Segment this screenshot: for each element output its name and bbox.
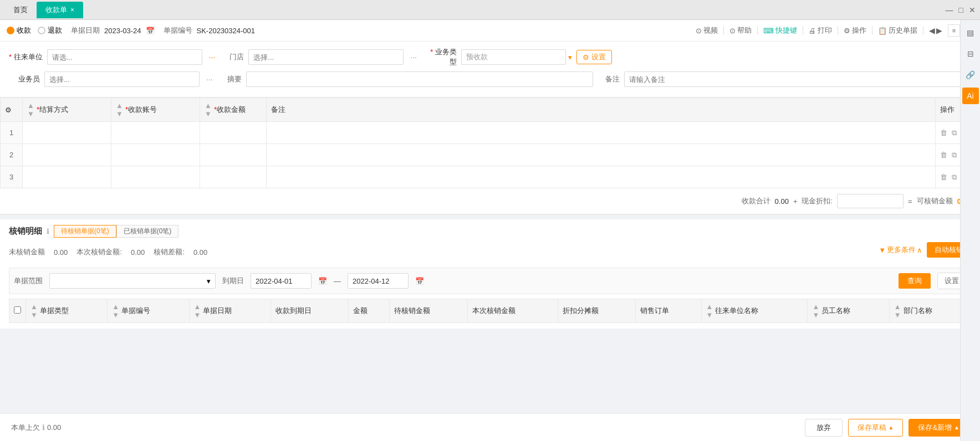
receipt-type-group: 收款 退款 <box>7 25 62 35</box>
sidebar-list-icon[interactable]: ⊟ <box>962 45 979 62</box>
col-type-label: 单据类型 <box>40 306 69 316</box>
radio-receipt[interactable]: 收款 <box>7 25 31 35</box>
verify-tab-completed[interactable]: 已核销单据(0笔) <box>116 225 179 238</box>
form-row-1: 往来单位 ··· 门店 ··· * 业务类型 ▾ ⚙ 设置 <box>9 47 971 67</box>
tab-home[interactable]: 首页 <box>4 2 37 18</box>
verify-tab-pending[interactable]: 待核销单据(0笔) <box>54 225 116 238</box>
col-remark-header: 备注 <box>267 98 936 122</box>
ops-btn[interactable]: ⚙ 操作 <box>844 25 866 35</box>
type-sort-icon[interactable]: ▲▼ <box>30 302 38 319</box>
save-draft-label: 保存草稿 <box>858 423 886 433</box>
row-3-method[interactable] <box>23 166 111 188</box>
tab-close-icon[interactable]: × <box>70 6 74 14</box>
settings-button[interactable]: ⚙ 设置 <box>576 50 612 64</box>
query-btn[interactable]: 查询 <box>899 273 931 289</box>
sidebar-table-icon[interactable]: ▤ <box>962 24 979 41</box>
sidebar-ai-icon[interactable]: Ai <box>962 88 979 104</box>
discard-button[interactable]: 放弃 <box>805 419 843 437</box>
sidebar-link-icon[interactable]: 🔗 <box>962 66 979 83</box>
amount-sort-icon[interactable]: ▲▼ <box>205 101 212 118</box>
range-select[interactable]: ▾ <box>49 273 216 289</box>
verify-title-text: 核销明细 <box>9 226 42 237</box>
video-btn[interactable]: ⊙ 视频 <box>696 25 718 35</box>
store-input[interactable] <box>248 49 404 65</box>
date-separator: — <box>334 277 341 285</box>
row-2-account[interactable] <box>111 144 200 166</box>
row-2-delete-icon[interactable]: 🗑 <box>940 151 947 159</box>
row-3-account[interactable] <box>111 166 200 188</box>
col-dept-header: ▲▼ 部门名称 <box>889 299 971 323</box>
close-btn[interactable]: ✕ <box>969 6 976 14</box>
table-settings-icon[interactable]: ⚙ <box>5 106 12 114</box>
filter-icon: ▼ <box>879 246 886 254</box>
col-this-header: 本次核销金额 <box>467 299 558 323</box>
staff-sort-icon[interactable]: ▲▼ <box>812 302 819 319</box>
save-draft-button[interactable]: 保存草稿 ▲ <box>848 419 904 437</box>
row-3-remark[interactable] <box>267 166 936 188</box>
date-start-icon[interactable]: 📅 <box>318 277 327 285</box>
verify-filter-right: ▼ 更多条件 ∧ 自动核销 <box>879 242 971 258</box>
maximize-btn[interactable]: □ <box>959 6 963 14</box>
col-ops-label: 操作 <box>940 105 955 114</box>
method-sort-icon[interactable]: ▲▼ <box>27 101 34 118</box>
col-method-header: ▲▼ *结算方式 <box>23 98 111 122</box>
row-1-copy-icon[interactable]: ⧉ <box>952 129 957 137</box>
row-2-copy-icon[interactable]: ⧉ <box>952 151 957 159</box>
shortcut-btn[interactable]: ⌨ 快捷键 <box>763 25 797 35</box>
biz-type-input[interactable] <box>461 49 566 65</box>
print-btn[interactable]: 🖨 打印 <box>809 25 832 35</box>
summary-input[interactable] <box>246 71 593 87</box>
staff-more-btn[interactable]: ··· <box>204 75 215 84</box>
row-2-remark[interactable] <box>267 144 936 166</box>
tab-active[interactable]: 收款单 × <box>37 2 83 18</box>
select-all-checkbox[interactable] <box>14 306 21 314</box>
remark-input[interactable] <box>624 71 971 87</box>
row-3-copy-icon[interactable]: ⧉ <box>952 173 957 181</box>
current-label: 本单上欠 <box>11 423 40 433</box>
doc-no-value: SK-20230324-001 <box>197 27 256 35</box>
counterpart-more-btn[interactable]: ··· <box>207 53 218 61</box>
row-1-remark[interactable] <box>267 122 936 144</box>
total-value: 0.00 <box>775 197 789 206</box>
date-start-input[interactable] <box>251 273 312 289</box>
nav-prev[interactable]: ◀ <box>929 26 935 35</box>
verify-info-icon[interactable]: ℹ <box>47 227 49 235</box>
row-1-account[interactable] <box>111 122 200 144</box>
discount-input[interactable] <box>837 194 904 208</box>
col-account-header: ▲▼ *收款账号 <box>111 98 200 122</box>
date-end-icon[interactable]: 📅 <box>415 277 424 285</box>
biz-type-dropdown-icon[interactable]: ▾ <box>568 53 572 61</box>
row-1-delete-icon[interactable]: 🗑 <box>940 129 947 137</box>
col-pending-header: 待核销金额 <box>390 299 468 323</box>
row-2-amount[interactable] <box>200 144 267 166</box>
minimize-btn[interactable]: — <box>946 6 953 14</box>
staff-input[interactable] <box>44 71 200 87</box>
no-sort-icon[interactable]: ▲▼ <box>112 302 119 319</box>
counterpart-input[interactable] <box>47 49 202 65</box>
col-staff-header: ▲▼ 员工名称 <box>808 299 889 323</box>
date-end-input[interactable] <box>348 273 409 289</box>
view-list-btn[interactable]: ≡ <box>948 24 960 37</box>
row-2-method[interactable] <box>23 144 111 166</box>
counterpart-sort-icon[interactable]: ▲▼ <box>706 302 713 319</box>
help-btn[interactable]: ⊙ 帮助 <box>729 25 752 35</box>
due-label: 到期日 <box>222 276 244 286</box>
row-1-method[interactable] <box>23 122 111 144</box>
more-conditions-btn[interactable]: ▼ 更多条件 ∧ <box>879 245 922 255</box>
info-icon[interactable]: ℹ <box>42 423 45 432</box>
row-3-delete-icon[interactable]: 🗑 <box>940 173 947 181</box>
col-settings-header[interactable]: ⚙ <box>1 98 23 122</box>
account-sort-icon[interactable]: ▲▼ <box>116 101 123 118</box>
date-sort-icon[interactable]: ▲▼ <box>194 302 201 319</box>
row-1-amount[interactable] <box>200 122 267 144</box>
this-time-value: 0.00 <box>131 248 145 257</box>
col-amount-header: 金额 <box>349 299 390 323</box>
nav-next[interactable]: ▶ <box>936 26 942 35</box>
history-btn[interactable]: 📋 历史单据 <box>878 25 917 35</box>
calendar-icon[interactable]: 📅 <box>146 27 155 35</box>
dept-sort-icon[interactable]: ▲▼ <box>894 302 901 319</box>
radio-refund[interactable]: 退款 <box>38 25 62 35</box>
store-more-btn[interactable]: ··· <box>408 53 419 61</box>
col-no-label: 单据编号 <box>121 306 150 316</box>
row-3-amount[interactable] <box>200 166 267 188</box>
